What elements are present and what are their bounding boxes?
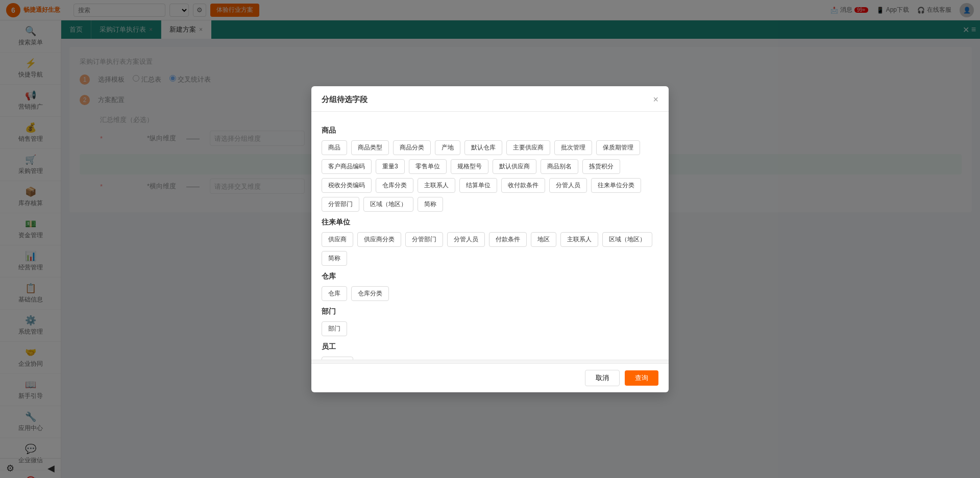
field-grid-2: 仓库仓库分类 [322, 286, 658, 301]
section-title-0: 商品 [322, 126, 658, 135]
field-tag-0-9[interactable]: 重量3 [376, 159, 405, 174]
field-tag-4-0[interactable]: 业务员 [322, 357, 353, 360]
field-tag-1-3[interactable]: 分管人员 [447, 232, 485, 247]
field-tag-0-3[interactable]: 产地 [435, 140, 460, 155]
field-grid-0: 商品商品类型商品分类产地默认仓库主要供应商批次管理保质期管理客户商品编码重量3零… [322, 140, 658, 212]
modal-overlay: 分组待选字段 × 商品商品商品类型商品分类产地默认仓库主要供应商批次管理保质期管… [0, 0, 980, 478]
field-tag-0-2[interactable]: 商品分类 [393, 140, 431, 155]
modal-footer: 取消 查询 [311, 363, 669, 392]
field-tag-0-21[interactable]: 往来单位分类 [591, 178, 641, 193]
modal-close-button[interactable]: × [653, 94, 658, 105]
field-tag-2-0[interactable]: 仓库 [322, 286, 347, 301]
field-tag-0-13[interactable]: 商品别名 [541, 159, 578, 174]
field-tag-0-0[interactable]: 商品 [322, 140, 347, 155]
section-title-3: 部门 [322, 307, 658, 316]
field-grid-3: 部门 [322, 321, 658, 336]
modal-header: 分组待选字段 × [311, 86, 669, 112]
field-tag-0-4[interactable]: 默认仓库 [464, 140, 502, 155]
section-title-2: 仓库 [322, 272, 658, 281]
field-tag-0-7[interactable]: 保质期管理 [596, 140, 640, 155]
field-tag-0-20[interactable]: 分管人员 [549, 178, 587, 193]
field-tag-0-18[interactable]: 结算单位 [459, 178, 497, 193]
field-grid-1: 供应商供应商分类分管部门分管人员付款条件地区主联系人区域（地区）简称 [322, 232, 658, 266]
field-tag-0-6[interactable]: 批次管理 [554, 140, 592, 155]
field-tag-0-17[interactable]: 主联系人 [418, 178, 455, 193]
field-tag-0-1[interactable]: 商品类型 [351, 140, 389, 155]
field-tag-0-19[interactable]: 收付款条件 [501, 178, 545, 193]
field-tag-1-5[interactable]: 地区 [531, 232, 556, 247]
field-tag-2-1[interactable]: 仓库分类 [351, 286, 389, 301]
field-tag-0-5[interactable]: 主要供应商 [506, 140, 550, 155]
field-tag-0-14[interactable]: 拣货积分 [582, 159, 620, 174]
section-title-1: 往来单位 [322, 218, 658, 227]
section-title-4: 员工 [322, 342, 658, 351]
field-tag-1-2[interactable]: 分管部门 [405, 232, 443, 247]
field-tag-3-0[interactable]: 部门 [322, 321, 347, 336]
field-tag-1-6[interactable]: 主联系人 [560, 232, 598, 247]
field-tag-0-8[interactable]: 客户商品编码 [322, 159, 372, 174]
field-tag-0-22[interactable]: 分管部门 [322, 197, 359, 212]
field-tag-1-0[interactable]: 供应商 [322, 232, 353, 247]
confirm-button[interactable]: 查询 [625, 370, 658, 386]
field-tag-1-1[interactable]: 供应商分类 [357, 232, 401, 247]
field-tag-0-12[interactable]: 默认供应商 [493, 159, 536, 174]
field-tag-0-11[interactable]: 规格型号 [451, 159, 488, 174]
field-tag-1-8[interactable]: 简称 [322, 251, 347, 266]
field-grid-4: 业务员 [322, 357, 658, 360]
field-select-modal: 分组待选字段 × 商品商品商品类型商品分类产地默认仓库主要供应商批次管理保质期管… [311, 86, 669, 392]
field-tag-0-15[interactable]: 税收分类编码 [322, 178, 372, 193]
field-tag-0-24[interactable]: 简称 [418, 197, 443, 212]
field-tag-1-4[interactable]: 付款条件 [489, 232, 527, 247]
field-tag-1-7[interactable]: 区域（地区） [602, 232, 652, 247]
cancel-button[interactable]: 取消 [585, 370, 620, 386]
modal-title: 分组待选字段 [322, 95, 368, 105]
modal-body[interactable]: 商品商品商品类型商品分类产地默认仓库主要供应商批次管理保质期管理客户商品编码重量… [311, 112, 669, 360]
field-tag-0-16[interactable]: 仓库分类 [376, 178, 413, 193]
field-tag-0-23[interactable]: 区域（地区） [363, 197, 413, 212]
field-tag-0-10[interactable]: 零售单位 [409, 159, 447, 174]
